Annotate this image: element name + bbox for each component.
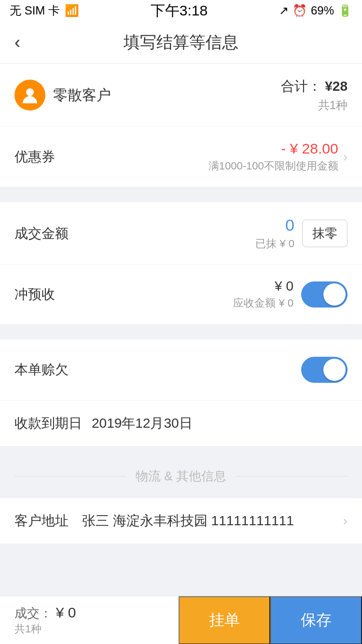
customer-left: 零散客户 [14, 80, 111, 111]
prepayment-values: ¥ 0 应收金额 ¥ 0 [233, 279, 293, 310]
toggle-thumb [323, 283, 346, 306]
prepayment-sub: 应收金额 ¥ 0 [233, 296, 293, 310]
prepayment-row: 冲预收 ¥ 0 应收金额 ¥ 0 [0, 265, 362, 324]
alarm-icon: ⏰ [292, 4, 307, 17]
nav-bar: ‹ 填写结算等信息 [0, 21, 362, 64]
transaction-values: 0 已抹 ¥ 0 [255, 216, 294, 251]
coupon-row[interactable]: 优惠券 - ¥ 28.00 满1000-100不限制使用金额 › [0, 126, 362, 187]
prepayment-label: 冲预收 [14, 285, 55, 304]
customer-name: 零散客户 [53, 85, 111, 105]
transaction-amount-row: 成交金额 0 已抹 ¥ 0 抹零 [0, 202, 362, 265]
bottom-count: 共1种 [14, 622, 164, 636]
coupon-right: - ¥ 28.00 满1000-100不限制使用金额 › [209, 140, 348, 173]
transaction-sub: 已抹 ¥ 0 [255, 237, 294, 251]
wifi-icon: 📶 [65, 4, 79, 17]
avatar [14, 80, 45, 111]
save-button[interactable]: 保存 [270, 596, 362, 644]
due-date-label: 收款到期日 [14, 414, 82, 433]
coupon-discount: - ¥ 28.00 [209, 140, 338, 157]
customer-right: 合计： ¥28 共1种 [281, 77, 348, 113]
address-value: 张三 海淀永丰科技园 11111111111 [82, 512, 343, 530]
location-icon: ↗ [279, 4, 289, 17]
transaction-label: 成交金额 [14, 224, 69, 243]
bottom-bar: 成交： ¥ 0 共1种 挂单 保存 [0, 596, 362, 644]
address-label: 客户地址 [14, 512, 72, 530]
total-count: 共1种 [281, 98, 348, 113]
status-right: ↗ ⏰ 69% 🔋 [279, 4, 352, 17]
chevron-right-icon: › [343, 149, 348, 165]
total-line: 合计： ¥28 [281, 77, 348, 96]
no-sim-label: 无 SIM 卡 [10, 3, 60, 18]
bottom-trans-label: 成交： [14, 606, 52, 620]
bottom-amount: ¥ 0 [56, 604, 76, 620]
svg-point-0 [26, 88, 34, 96]
total-label: 合计： [281, 79, 321, 94]
transaction-value: 0 [255, 216, 294, 235]
divider-line-left [14, 476, 126, 476]
transaction-section: 成交金额 0 已抹 ¥ 0 抹零 冲预收 ¥ 0 应收金额 ¥ 0 [0, 202, 362, 324]
section-divider-3 [0, 454, 362, 462]
due-date-value: 2019年12月30日 [92, 414, 193, 433]
back-button[interactable]: ‹ [14, 32, 20, 53]
status-bar: 无 SIM 卡 📶 下午3:18 ↗ ⏰ 69% 🔋 [0, 0, 362, 21]
coupon-content: - ¥ 28.00 满1000-100不限制使用金额 [209, 140, 338, 173]
status-left: 无 SIM 卡 📶 [10, 3, 79, 18]
section-divider-2 [0, 332, 362, 339]
debt-section: 本单赊欠 收款到期日 2019年12月30日 [0, 339, 362, 446]
address-chevron-icon: › [343, 513, 348, 529]
customer-row: 零散客户 合计： ¥28 共1种 [0, 64, 362, 126]
logistics-label: 物流 & 其他信息 [136, 468, 226, 485]
battery-level: 69% [311, 4, 334, 17]
total-amount: ¥28 [325, 79, 348, 94]
debt-row: 本单赊欠 [0, 339, 362, 400]
address-section: 客户地址 张三 海淀永丰科技园 11111111111 › [0, 498, 362, 544]
customer-section: 零散客户 合计： ¥28 共1种 优惠券 - ¥ 28.00 满1000-100… [0, 64, 362, 187]
debt-toggle[interactable] [301, 357, 348, 383]
divider-line-right [236, 476, 348, 476]
bottom-trans-line: 成交： ¥ 0 [14, 604, 164, 622]
content-area: 零散客户 合计： ¥28 共1种 优惠券 - ¥ 28.00 满1000-100… [0, 64, 362, 609]
debt-label: 本单赊欠 [14, 361, 69, 379]
section-divider-1 [0, 195, 362, 202]
transaction-right: 0 已抹 ¥ 0 抹零 [255, 216, 348, 251]
battery-icon: 🔋 [338, 4, 352, 17]
coupon-label: 优惠券 [14, 148, 55, 166]
bottom-info: 成交： ¥ 0 共1种 [0, 604, 179, 636]
coupon-description: 满1000-100不限制使用金额 [209, 159, 338, 173]
due-date-row: 收款到期日 2019年12月30日 [0, 400, 362, 446]
section-divider-4 [0, 490, 362, 498]
pending-button[interactable]: 挂单 [179, 596, 270, 644]
address-row[interactable]: 客户地址 张三 海淀永丰科技园 11111111111 › [0, 498, 362, 544]
prepayment-value: ¥ 0 [233, 279, 293, 294]
logistics-section-label: 物流 & 其他信息 [0, 462, 362, 490]
prepayment-right: ¥ 0 应收金额 ¥ 0 [233, 279, 348, 310]
debt-toggle-thumb [323, 359, 346, 381]
debt-toggle-track [301, 357, 348, 383]
prepayment-toggle[interactable] [301, 281, 348, 308]
toggle-track [301, 281, 348, 308]
status-time: 下午3:18 [151, 1, 208, 21]
page-title: 填写结算等信息 [124, 31, 238, 54]
round-off-button[interactable]: 抹零 [302, 220, 348, 247]
